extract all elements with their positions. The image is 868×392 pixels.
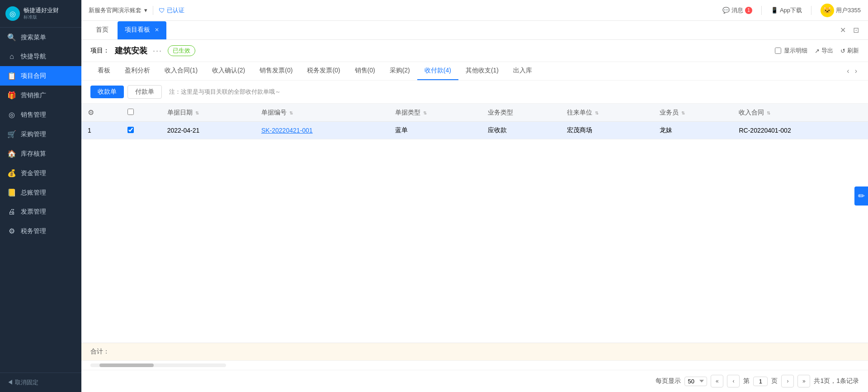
page-size-select[interactable]: 50 100 200 xyxy=(684,377,707,386)
maximize-window-icon[interactable]: ⊡ xyxy=(851,26,861,34)
export-label: 导出 xyxy=(821,47,833,55)
sub-nav-tax-invoice[interactable]: 税务发票(0) xyxy=(300,62,347,80)
col-type[interactable]: 单据类型 ⇅ xyxy=(389,104,481,122)
app-logo-icon: ◎ xyxy=(5,6,20,21)
horizontal-scrollbar[interactable] xyxy=(90,363,226,367)
next-page-btn[interactable]: › xyxy=(781,375,794,387)
sidebar-item-inventory[interactable]: 🏠 库存核算 xyxy=(0,144,81,163)
col-settings[interactable]: ⚙ xyxy=(81,104,121,122)
sub-nav-sales-invoice[interactable]: 销售发票(0) xyxy=(252,62,300,80)
scrollbar-area xyxy=(81,360,868,370)
sort-icon4: ⇅ xyxy=(595,110,599,115)
sidebar-item-invoice-mgmt[interactable]: 🖨 发票管理 xyxy=(0,202,81,221)
col-salesperson[interactable]: 业务员 ⇅ xyxy=(653,104,732,122)
certified-badge: 🛡 已认证 xyxy=(159,6,184,14)
col-date[interactable]: 单据日期 ⇅ xyxy=(161,104,255,122)
sub-nav-sales[interactable]: 销售(0) xyxy=(348,62,382,80)
sidebar-item-label: 税务管理 xyxy=(21,227,46,235)
prev-page-btn[interactable]: ‹ xyxy=(727,375,740,387)
tab-home[interactable]: 首页 xyxy=(89,21,116,39)
sub-nav-profit-analysis[interactable]: 盈利分析 xyxy=(118,62,157,80)
sidebar-item-label: 发票管理 xyxy=(21,208,46,216)
cell-checkbox[interactable] xyxy=(121,122,161,139)
user-menu[interactable]: 🐱 用户3355 xyxy=(821,4,861,17)
col-number[interactable]: 单据编号 ⇅ xyxy=(255,104,389,122)
sub-nav-receipts[interactable]: 收付款(4) xyxy=(417,62,458,80)
home-icon: ⌂ xyxy=(7,53,16,61)
sidebar-item-search[interactable]: 🔍 搜索菜单 xyxy=(0,28,81,47)
sidebar-item-project-contract[interactable]: 📋 项目合同 xyxy=(0,66,81,86)
sort-icon: ⇅ xyxy=(195,110,199,115)
show-detail-checkbox[interactable]: 显示明细 xyxy=(775,47,807,55)
sidebar-item-label: 快捷导航 xyxy=(21,53,46,61)
show-detail-input[interactable] xyxy=(775,48,781,54)
sidebar-item-marketing[interactable]: 🎁 营销推广 xyxy=(0,86,81,105)
float-action-btn[interactable]: ✏ xyxy=(854,186,868,206)
divider xyxy=(153,6,153,15)
sub-nav-board[interactable]: 看板 xyxy=(90,62,118,80)
close-window-icon[interactable]: ✕ xyxy=(838,26,848,34)
sub-nav-in-out-warehouse[interactable]: 出入库 xyxy=(506,62,539,80)
tab-project-board[interactable]: 项目看板 ✕ xyxy=(118,21,166,39)
search-icon: 🔍 xyxy=(7,33,16,42)
cell-biz-type: 应收款 xyxy=(481,122,561,139)
document-number-link[interactable]: SK-20220421-001 xyxy=(261,127,313,134)
scrollbar-thumb[interactable] xyxy=(99,363,154,367)
app-download-btn[interactable]: 📱 App下载 xyxy=(771,6,802,14)
tab-close-icon[interactable]: ✕ xyxy=(155,27,159,33)
last-page-btn[interactable]: » xyxy=(797,375,810,387)
refresh-btn[interactable]: ↺ 刷新 xyxy=(840,47,859,55)
sidebar-item-label: 搜索菜单 xyxy=(21,33,46,42)
page-number-input[interactable] xyxy=(753,377,768,386)
sidebar-scroll: 🔍 搜索菜单 ⌂ 快捷导航 📋 项目合同 🎁 营销推广 ◎ 销售管理 🛒 采购管… xyxy=(0,28,81,373)
refresh-icon: ↺ xyxy=(840,48,845,54)
sub-nav-income-contract[interactable]: 收入合同(1) xyxy=(157,62,205,80)
refresh-label: 刷新 xyxy=(847,47,859,55)
nav-next-arrow[interactable]: › xyxy=(853,67,859,75)
first-page-btn[interactable]: « xyxy=(711,375,723,387)
sidebar-item-purchase-mgmt[interactable]: 🛒 采购管理 xyxy=(0,124,81,144)
warehouse-icon: 🏠 xyxy=(7,149,16,158)
message-icon: 💬 xyxy=(722,7,730,14)
select-all-checkbox[interactable] xyxy=(127,109,134,115)
sub-nav: 看板 盈利分析 收入合同(1) 收入确认(2) 销售发票(0) 税务发票(0) … xyxy=(81,62,868,81)
sub-tabbar: 收款单 付款单 注：这里是与项目关联的全部收付款单哦～ xyxy=(81,81,868,104)
sidebar-item-capital-mgmt[interactable]: 💰 资金管理 xyxy=(0,163,81,183)
cell-income-contract: RC-20220401-002 xyxy=(732,122,868,139)
sub-nav-other-income[interactable]: 其他收支(1) xyxy=(458,62,506,80)
show-detail-label: 显示明细 xyxy=(784,47,807,55)
sub-nav-purchase[interactable]: 采购(2) xyxy=(382,62,417,80)
sidebar-item-label: 总账管理 xyxy=(21,189,46,197)
sub-nav-income-confirm[interactable]: 收入确认(2) xyxy=(205,62,252,80)
sidebar-unpin-btn[interactable]: ◀ 取消固定 xyxy=(0,373,81,392)
table-row[interactable]: 1 2022-04-21 SK-20220421-001 蓝单 应收款 宏茂商场… xyxy=(81,122,868,139)
workspace-selector[interactable]: 新服务官网演示账套 ▾ xyxy=(89,6,147,14)
app-name: 畅捷通好业财 xyxy=(24,7,59,14)
receipt-tab-btn[interactable]: 收款单 xyxy=(90,86,124,98)
payment-tab-btn[interactable]: 付款单 xyxy=(127,85,162,99)
sort-icon5: ⇅ xyxy=(681,110,685,115)
message-btn[interactable]: 💬 消息 1 xyxy=(722,6,752,14)
sidebar-item-sales-mgmt[interactable]: ◎ 销售管理 xyxy=(0,105,81,124)
shield-icon: 🛡 xyxy=(159,7,165,14)
pagination: 每页显示 50 100 200 « ‹ 第 页 › » 共1页，1条记录 xyxy=(81,370,868,392)
row-checkbox[interactable] xyxy=(127,127,134,133)
col-partner[interactable]: 往来单位 ⇅ xyxy=(561,104,653,122)
tabbar: 首页 项目看板 ✕ ✕ ⊡ xyxy=(81,21,868,40)
cell-partner: 宏茂商场 xyxy=(561,122,653,139)
invoice-icon: 🖨 xyxy=(7,208,16,216)
export-btn[interactable]: ↗ 导出 xyxy=(815,47,833,55)
cell-type: 蓝单 xyxy=(389,122,481,139)
chevron-down-icon: ▾ xyxy=(144,7,147,14)
cell-salesperson: 龙妹 xyxy=(653,122,732,139)
message-label: 消息 xyxy=(731,6,743,14)
settings-icon[interactable]: ⚙ xyxy=(88,109,94,116)
cell-number[interactable]: SK-20220421-001 xyxy=(255,122,389,139)
total-info: 共1页，1条记录 xyxy=(814,377,859,385)
nav-prev-arrow[interactable]: ‹ xyxy=(845,67,851,75)
sidebar-item-tax-mgmt[interactable]: ⚙ 税务管理 xyxy=(0,221,81,241)
project-more-btn[interactable]: ··· xyxy=(153,46,162,56)
sidebar-item-ledger-mgmt[interactable]: 📒 总账管理 xyxy=(0,183,81,202)
sidebar-item-quick-nav[interactable]: ⌂ 快捷导航 xyxy=(0,47,81,66)
col-income-contract[interactable]: 收入合同 ⇅ xyxy=(732,104,868,122)
